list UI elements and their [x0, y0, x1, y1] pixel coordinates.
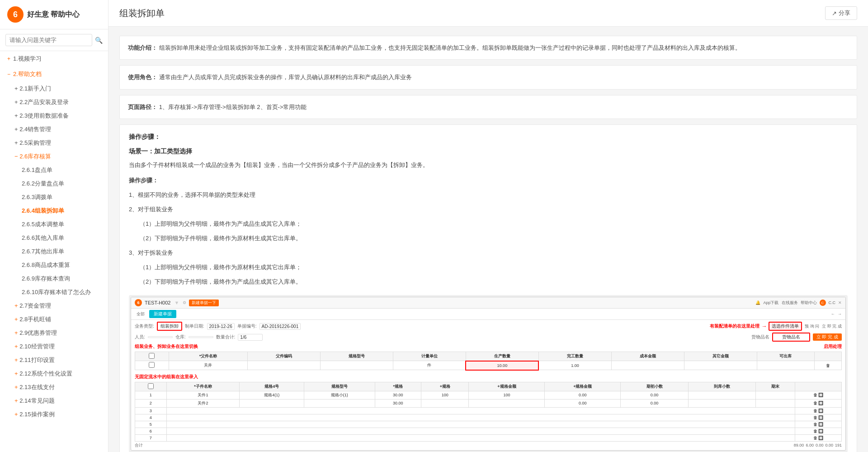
sidebar-item-2-6-10[interactable]: 2.6.10库存账本错了怎么办 [0, 285, 108, 299]
ss-person-field [148, 336, 173, 338]
ss-bcell-spec-2 [304, 399, 375, 407]
ss-top-table-body: 关井 件 10.00 1.00 🗑 [135, 361, 842, 370]
search-input[interactable] [5, 34, 92, 46]
ss-cell-done-qty: 1.00 [538, 361, 611, 370]
ss-finish-btn[interactable]: 立 即 完 成 [813, 333, 842, 341]
sidebar: 6 好生意 帮助中心 🔍 + 1.视频学习 − 2.帮助文档 + 2.1新手入门… [0, 0, 108, 452]
page-title: 组装拆卸单 [119, 7, 165, 19]
ss-bottom-row-2: 2 关件2 30.00 0.00 0.00 [135, 399, 842, 407]
sidebar-item-2-6-1[interactable]: 2.6.1盘点单 [0, 163, 108, 177]
sidebar-item-docs[interactable]: − 2.帮助文档 [0, 67, 108, 82]
sidebar-item-label: 2.帮助文档 [13, 70, 42, 78]
sidebar-item-2-6-8[interactable]: 2.6.8商品成本重算 [0, 258, 108, 272]
sidebar-item-2-6-9[interactable]: 2.6.9库存账本查询 [0, 272, 108, 285]
sidebar-item-2-6-2[interactable]: 2.6.2分量盘点单 [0, 177, 108, 190]
ss-cell-cost [611, 361, 684, 370]
select-all-top[interactable] [149, 353, 155, 359]
app-name: 好生意 帮助中心 [27, 10, 80, 19]
ss-user-avatar: C [820, 300, 826, 306]
ss-company: TEST-H002 [145, 300, 170, 305]
sidebar-item-2-7[interactable]: + 2.7资金管理 [0, 299, 108, 313]
ss-bottom-row-7: 7 🗑 🔲 [135, 434, 842, 441]
ss-tab-all[interactable]: 全部 [135, 311, 146, 317]
ss-cell-parent-code [247, 361, 320, 370]
sidebar-item-2-13[interactable]: + 2.13在线支付 [0, 381, 108, 394]
main-header: 组装拆卸单 ↗ 分享 [108, 0, 868, 27]
sidebar-item-2-1[interactable]: + 2.1新手入门 [0, 82, 108, 95]
sidebar-item-2-12[interactable]: + 2.12系统个性化设置 [0, 367, 108, 381]
ss-bcell-code-2 [240, 399, 304, 407]
sidebar-item-2-3[interactable]: + 2.3使用前数据准备 [0, 109, 108, 123]
sidebar-item-2-4[interactable]: + 2.4销售管理 [0, 123, 108, 136]
ss-form-row-1: 业务类型: 组装拆卸 制单日期: 2019-12-26 单据编号: AD-201… [135, 322, 842, 331]
select-all-bottom[interactable] [148, 383, 154, 389]
ss-bcell-actual-1: 0.00 [545, 391, 621, 399]
sidebar-item-2-11[interactable]: + 2.11打印设置 [0, 353, 108, 367]
ss-tab-new[interactable]: 新建单据 [149, 310, 176, 318]
search-button[interactable]: 🔍 [95, 37, 103, 44]
ss-date-field: 2019-12-26 [207, 323, 235, 330]
path-block: 页面路径： 1、库存核算->库存管理->组装拆卸单 2、首页->常用功能 [119, 95, 857, 119]
ss-bcell-period-2 [756, 399, 795, 407]
ss-cell-act: 🗑 [815, 361, 842, 370]
sidebar-item-2-6-4[interactable]: 2.6.4组装拆卸单 [0, 204, 108, 218]
sidebar-item-2-2[interactable]: + 2.2产品安装及登录 [0, 95, 108, 109]
ss-bth-cost: 期初小数 [621, 382, 689, 391]
ss-bcell-other-1 [688, 391, 756, 399]
ss-qty-total-field: 1/6 [238, 334, 263, 341]
sidebar-item-2-6-6[interactable]: 2.6.6其他入库单 [0, 231, 108, 245]
role-block: 使用角色： 通常由生产人员或库管人员完成拆装业务的操作，库管人员确认原材料的出库… [119, 65, 857, 89]
ss-bcell-period-1 [756, 391, 795, 399]
ss-bcell-qty-2 [421, 399, 469, 407]
sidebar-item-2-5[interactable]: + 2.5采购管理 [0, 136, 108, 150]
sidebar-item-2-6-7[interactable]: 2.6.7其他出库单 [0, 245, 108, 258]
ss-footer-val-1: 89.00 [794, 443, 804, 447]
role-text: 通常由生产人员或库管人员完成拆装业务的操作，库管人员确认原材料的出库和产成品的入… [159, 74, 412, 81]
sidebar-item-2-15[interactable]: + 2.15操作案例 [0, 408, 108, 421]
sidebar-item-2-8[interactable]: + 2.8手机旺铺 [0, 313, 108, 326]
ss-bth-checkbox [135, 382, 167, 391]
scene-desc: 当由多个子件材料组装成一个成品的业务为【组装】业务，当由一个父件拆分成多个子产品… [129, 159, 848, 288]
sidebar-item-2-6-5[interactable]: 2.6.5成本调整单 [0, 218, 108, 231]
ss-bcell-code-1: 规格4(1) [240, 391, 304, 399]
ss-new-order-btn[interactable]: 新建单据一下 [189, 300, 219, 306]
ss-bottom-row-1: 1 关件1 规格4(1) 规格小(1) 30.00 100 100 0.00 0… [135, 391, 842, 399]
ss-cell-parent-name: 关井 [169, 361, 247, 370]
sidebar-item-label: 1.视频学习 [13, 55, 42, 63]
sidebar-item-2-9[interactable]: + 2.9优惠券管理 [0, 326, 108, 340]
sidebar-item-2-10[interactable]: + 2.10经营管理 [0, 340, 108, 353]
path-text: 1、库存核算->库存管理->组装拆卸单 2、首页->常用功能 [159, 104, 307, 110]
scene-title: 场景一：加工类型选择 [129, 147, 848, 156]
ss-bth-qty: +规格 [421, 382, 469, 391]
sidebar-search-area[interactable]: 🔍 [0, 29, 108, 51]
sidebar-item-2-6-3[interactable]: 2.6.3调拨单 [0, 190, 108, 204]
ss-footer-val-3: 0.00 [816, 443, 824, 447]
intro-block: 功能介绍： 组装拆卸单用来处理企业组装或拆卸等加工业务，支持有固定装配清单的产品… [119, 36, 857, 60]
ss-cell-prod-qty: 10.00 [466, 361, 538, 370]
operations-area: 操作步骤： 场景一：加工类型选择 当由多个子件材料组装成一个成品的业务为【组装】… [119, 124, 857, 452]
ss-annotation-area: 有装配清单的在这里处理 → 选选作件清单 [710, 322, 802, 331]
ss-footer-val-5: 191 [835, 443, 842, 447]
share-icon: ↗ [832, 10, 837, 17]
ss-bottom-table-header: *子件名称 规格4号 规格型号 *规格 +规格 +规格金额 +规格金额 期初小数… [135, 382, 842, 391]
ss-cell-unit: 件 [393, 361, 466, 370]
ss-process-annotation: 启用处理 [824, 343, 842, 350]
ss-bth-actual: +规格金额 [545, 382, 621, 391]
ss-type-field: 组装拆卸 [157, 322, 182, 331]
screenshot-titlebar: 6 TEST-H002 ▼ ⚙ 新建单据一下 🔔 App下载 在线服务 帮助中心… [131, 297, 845, 309]
ss-bcell-cost-1: 0.00 [621, 391, 689, 399]
role-label: 使用角色： [128, 74, 157, 81]
ss-th-unit: 计量单位 [393, 352, 466, 361]
ss-bottom-row-4: 4 🗑 🔲 [135, 414, 842, 421]
ss-th-parent-code: 父件编码 [247, 352, 320, 361]
share-button[interactable]: ↗ 分享 [825, 6, 857, 20]
ss-bcell-need-1: 100 [469, 391, 545, 399]
ss-th-action [815, 352, 842, 361]
ss-bcell-unit-1: 30.00 [375, 391, 421, 399]
ss-form-row-2: 人员: 仓库: 数量合计: 1/6 货物品名 货物品名 立 即 完 成 [135, 333, 842, 342]
row-checkbox[interactable] [149, 362, 155, 368]
sidebar-item-2-6[interactable]: − 2.6库存核算 [0, 150, 108, 163]
sidebar-item-video[interactable]: + 1.视频学习 [0, 51, 108, 67]
sidebar-item-2-14[interactable]: + 2.14常见问题 [0, 394, 108, 408]
intro-text: 组装拆卸单用来处理企业组装或拆卸等加工业务，支持有固定装配清单的产品加工业务，也… [159, 44, 741, 51]
